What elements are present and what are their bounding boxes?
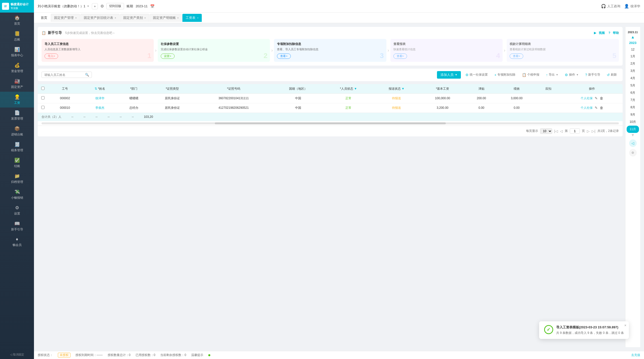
user-info[interactable]: 👤 徐泽华 — [624, 4, 640, 9]
toolbar: 🔍 添加人员 ▼ ⚙ 统一社保设置 + 专项附加扣除 📋 个税申报 — [38, 69, 623, 81]
tab-home[interactable]: 首页 — [38, 14, 50, 22]
add-account-button[interactable]: + — [92, 3, 98, 9]
add-person-button[interactable]: 添加人员 ▼ — [437, 71, 461, 79]
sidebar-item-sales[interactable]: 📦 进销台账 — [0, 123, 34, 139]
step5-btn[interactable]: 查看> — [510, 54, 523, 59]
cal-month-5[interactable]: 5月 — [625, 82, 640, 89]
unified-social-security-button[interactable]: ⚙ 统一社保设置 — [463, 72, 490, 78]
account-selector[interactable]: 刘小艳演示账套（勿删勿动！）1 ▼ — [38, 4, 89, 9]
sidebar-item-assets[interactable]: 🏭 固定资产 — [0, 76, 34, 92]
calendar-expand-button[interactable]: ◁ — [629, 139, 637, 147]
sidebar-item-ledger[interactable]: 📒 总账 — [0, 28, 34, 44]
calendar-collapse-button[interactable]: ⚙ — [629, 149, 637, 157]
row1-delete-icon[interactable]: 🗑 — [600, 96, 603, 100]
page-input[interactable] — [570, 128, 580, 134]
cal-month-2023[interactable]: 2023 — [625, 39, 640, 46]
sidebar-item-finance[interactable]: 💰 资金管理 — [0, 60, 34, 76]
sales-icon: 📦 — [14, 126, 20, 131]
sidebar-item-label: 畅会员 — [13, 243, 22, 247]
row2-delete-icon[interactable]: 🗑 — [600, 106, 603, 110]
video-link[interactable]: ▶ 视频 — [594, 31, 605, 35]
sidebar-item-home[interactable]: 🏠 首页 — [0, 13, 34, 28]
sidebar-item-archive[interactable]: 📁 归档管理 — [0, 171, 34, 187]
scrollbar-thumb[interactable] — [215, 122, 446, 124]
toast-close-button[interactable]: × — [624, 323, 626, 327]
sort-icon-name[interactable]: ⇅ — [95, 87, 97, 90]
row1-edit-icon[interactable]: ✎ — [595, 96, 598, 100]
sidebar-item-reports[interactable]: 📊 报表中心 — [0, 44, 34, 60]
settings-gear-icon[interactable]: ⚙ — [100, 4, 104, 9]
row1-name[interactable]: 徐泽华 — [95, 96, 104, 100]
charge-link[interactable]: 去充值 — [631, 353, 640, 357]
row1-checkbox[interactable] — [41, 96, 45, 99]
search-icon[interactable]: 🔍 — [85, 73, 89, 77]
select-all-checkbox[interactable] — [41, 87, 45, 90]
tab-depreciation[interactable]: 固定资产折旧统计表 × — [80, 14, 119, 22]
step2-btn[interactable]: 设置> — [161, 54, 174, 59]
calendar-down-button[interactable]: ▼ — [631, 133, 635, 137]
cal-month-2[interactable]: 2月 — [625, 60, 640, 67]
cal-month-4[interactable]: 4月 — [625, 75, 640, 82]
step4-btn[interactable]: 查看> — [393, 54, 407, 59]
row2-edit-icon[interactable]: ✎ — [595, 106, 598, 110]
cal-month-9[interactable]: 9月 — [625, 111, 640, 118]
cal-month-1[interactable]: 1月 — [625, 53, 640, 60]
first-page-button[interactable]: |◁ — [554, 129, 558, 133]
row2-name[interactable]: 李俊杰 — [95, 106, 104, 110]
switch-version-button[interactable]: 切到旧版 — [106, 3, 124, 9]
guide-btn[interactable]: ? 新手引导 — [583, 72, 602, 78]
tab-payroll-close-icon[interactable]: × — [197, 17, 198, 19]
col-allowance: 津贴 — [465, 84, 498, 94]
cal-month-3[interactable]: 3月 — [625, 67, 640, 75]
cal-month-6[interactable]: 6月 — [625, 89, 640, 96]
cal-month-10[interactable]: 10月 — [625, 118, 640, 126]
cal-month-7[interactable]: 7月 — [625, 96, 640, 104]
sidebar-item-close[interactable]: ✅ 结账 — [0, 155, 34, 171]
tab-depreciation-close-icon[interactable]: × — [115, 17, 116, 19]
sidebar-item-settings[interactable]: ⚙ 设置 — [0, 202, 34, 218]
sidebar-item-expense[interactable]: 💸 小畅报销 — [0, 187, 34, 202]
guide-close-button[interactable]: × — [617, 31, 619, 34]
operations-button[interactable]: ⚙ 操作 ▼ — [563, 72, 581, 78]
filter-status-icon[interactable]: ▼ — [354, 87, 357, 90]
tab-assets[interactable]: 固定资产管理 × — [51, 14, 80, 22]
tab-payroll[interactable]: 工资表 × — [182, 14, 202, 22]
refresh-button[interactable]: ↺ 刷新 — [605, 72, 619, 78]
prev-page-button[interactable]: ◁ — [560, 129, 563, 133]
cal-month-8[interactable]: 8月 — [625, 104, 640, 111]
summary-dash5: -- — [120, 115, 122, 119]
row1-social-security-link[interactable]: 个人社保 — [581, 96, 593, 100]
tab-asset-detail-close-icon[interactable]: × — [177, 17, 179, 19]
cal-month-12[interactable]: 12 — [625, 46, 640, 53]
per-page-select[interactable]: 10 20 50 — [540, 128, 552, 134]
row2-social-security-link[interactable]: 个人社保 — [581, 106, 593, 110]
col-report-status: 报送状态 ▼ — [373, 84, 420, 94]
tab-asset-category-close-icon[interactable]: × — [144, 17, 146, 19]
unpin-button[interactable]: ◁ 取消固定 — [10, 350, 24, 359]
cal-month-11[interactable]: 11月 — [627, 126, 639, 133]
sidebar-item-vip[interactable]: ♦ 畅会员 — [0, 234, 34, 250]
sidebar-item-tax[interactable]: 🧾 税务管理 — [0, 139, 34, 155]
step3-btn[interactable]: 查看> — [277, 54, 291, 59]
row2-checkbox[interactable] — [41, 106, 45, 109]
row2-base-salary: 3,200.00 — [420, 103, 465, 113]
tab-asset-detail[interactable]: 固定资产明细账 × — [150, 14, 182, 22]
sidebar-item-guide[interactable]: 📖 新手引导 — [0, 218, 34, 234]
special-deduction-button[interactable]: + 专项附加扣除 — [492, 72, 517, 78]
tab-assets-close-icon[interactable]: × — [75, 17, 77, 19]
tab-asset-category[interactable]: 固定资产类别 × — [120, 14, 149, 22]
ai-consult-button[interactable]: 🎧 人工咨询 — [601, 4, 620, 9]
calendar-icon[interactable]: 📅 — [150, 4, 154, 8]
close-month-icon: ✅ — [14, 158, 20, 163]
sidebar-item-invoice[interactable]: 📄 发票管理 — [0, 108, 34, 123]
export-button[interactable]: ↑ 导出 ▼ — [544, 72, 560, 78]
tax-filing-button[interactable]: 📋 个税申报 — [520, 72, 541, 78]
filter-report-icon[interactable]: ▼ — [401, 87, 405, 90]
last-page-button[interactable]: ▷| — [592, 129, 595, 133]
calendar-up-button[interactable]: ▲ — [631, 35, 635, 39]
next-page-button[interactable]: ▷ — [587, 129, 590, 133]
sidebar-item-payroll[interactable]: 👷 工资 — [0, 92, 34, 108]
search-input[interactable] — [44, 73, 84, 77]
step1-btn[interactable]: 导入> — [45, 54, 58, 59]
horizontal-scrollbar[interactable] — [42, 122, 619, 124]
